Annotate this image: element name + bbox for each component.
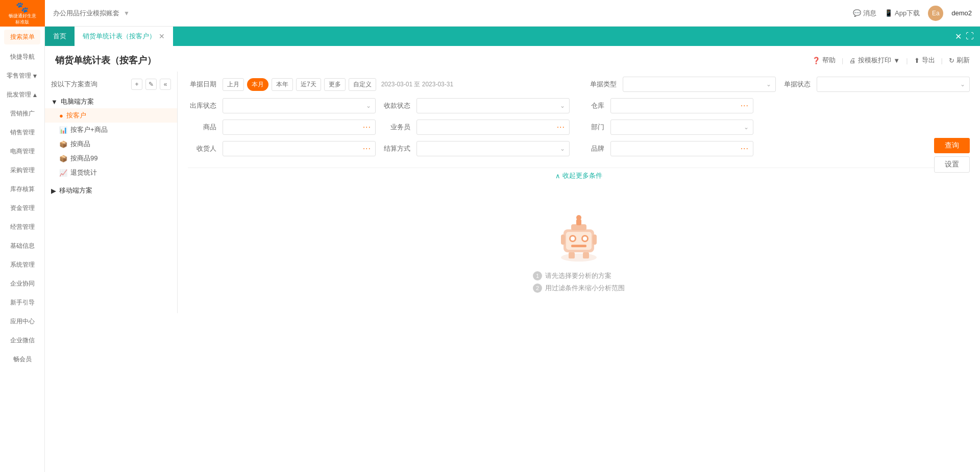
sidebar-item-apps[interactable]: 应用中心: [0, 312, 44, 331]
svg-rect-7: [571, 245, 586, 247]
scheme-group-desktop-header[interactable]: ▼ 电脑端方案: [45, 95, 177, 108]
order-state-select[interactable]: ⌄: [817, 77, 970, 92]
sidebar-item-wholesale[interactable]: 批发管理▲: [0, 85, 44, 104]
scheme-item-customer[interactable]: ● 按客户: [45, 108, 177, 123]
receiver-select[interactable]: ···: [223, 141, 376, 156]
sidebar-item-members[interactable]: 畅会员: [0, 350, 44, 369]
refresh-button[interactable]: ↻ 刷新: [949, 56, 970, 65]
tab-sales-stats[interactable]: 销货单统计表（按客户） ✕: [75, 27, 173, 46]
sidebar-item-inventory[interactable]: 库存核算: [0, 180, 44, 199]
sidebar-item-marketing[interactable]: 营销推广: [0, 104, 44, 123]
scheme-item-icon-return: 📈: [59, 169, 67, 177]
salesperson-select[interactable]: ···: [416, 120, 570, 135]
collapse-button[interactable]: ∧ 收起更多条件: [188, 168, 970, 183]
filter-row-1: 单据日期 上月 本月 本年 近7天 更多 自定义 2023-03-01 至 20…: [188, 77, 970, 92]
tabbar-close-icon[interactable]: ✕: [955, 32, 962, 41]
topbar-dropdown-icon[interactable]: ▼: [124, 10, 130, 17]
scheme-add-icon[interactable]: +: [131, 79, 142, 90]
date-btn-lastmonth[interactable]: 上月: [223, 78, 244, 91]
sidebar-item-shortcut[interactable]: 快捷导航: [0, 48, 44, 66]
filter-row-2: 出库状态 ⌄ 收款状态 ⌄ 仓库: [188, 98, 970, 113]
scheme-header-icons: + ✎ «: [131, 79, 171, 90]
logo: 🐾 畅捷通好生意 标准版: [0, 0, 45, 27]
main-area: 办公用品行业模拟账套 ▼ 💬 消息 📱 App下载 Ea demo2 首页 销货…: [45, 0, 980, 472]
salesperson-dots: ···: [557, 123, 565, 132]
order-state-chevron: ⌄: [960, 81, 965, 88]
date-btn-thisyear[interactable]: 本年: [272, 78, 293, 91]
print-dropdown-icon[interactable]: ▼: [893, 57, 900, 64]
salesperson-label: 业务员: [382, 123, 410, 132]
export-button[interactable]: ⬆ 导出: [914, 56, 935, 65]
scheme-item-label-goods: 按商品: [70, 139, 90, 149]
topbar-left: 办公用品行业模拟账套 ▼: [53, 9, 130, 18]
brand-select[interactable]: ···: [610, 141, 753, 156]
warehouse-select[interactable]: ···: [610, 98, 753, 113]
date-btn-thismonth[interactable]: 本月: [247, 78, 268, 91]
content: 销货单统计表（按客户） ❓ 帮助 | 🖨 按模板打印 ▼ | ⬆: [45, 46, 980, 472]
sidebar-item-ecommerce[interactable]: 电商管理: [0, 142, 44, 161]
date-btn-custom[interactable]: 自定义: [349, 78, 376, 91]
scheme-item-icon-cg: 📊: [59, 126, 67, 134]
svg-point-0: [561, 253, 597, 262]
date-btn-7days[interactable]: 近7天: [296, 78, 321, 91]
scheme-collapse-icon[interactable]: «: [160, 79, 171, 90]
scheme-item-customer-goods[interactable]: 📊 按客户+商品: [45, 123, 177, 137]
topbar-title: 办公用品行业模拟账套: [53, 9, 119, 18]
topbar: 办公用品行业模拟账套 ▼ 💬 消息 📱 App下载 Ea demo2: [45, 0, 980, 27]
scheme-item-goods[interactable]: 📦 按商品: [45, 137, 177, 151]
filter-row-3: 商品 ··· 业务员 ··· 部门: [188, 120, 970, 135]
sidebar-item-sales[interactable]: 销售管理: [0, 123, 44, 142]
topbar-app-download[interactable]: 📱 App下载: [885, 9, 920, 18]
collect-state-chevron: ⌄: [560, 102, 565, 109]
filter-row-4: 收货人 ··· 结算方式 ⌄ 品牌: [188, 141, 970, 156]
scheme-edit-icon[interactable]: ✎: [145, 79, 157, 90]
tab-close-icon[interactable]: ✕: [159, 32, 165, 40]
sidebar-item-basic[interactable]: 基础信息: [0, 237, 44, 255]
filter-scheme-container: 按以下方案查询 + ✎ « ▼ 电脑端方案: [45, 72, 980, 313]
scheme-item-label-goods99: 按商品99: [70, 154, 97, 163]
scheme-group-mobile-header[interactable]: ▶ 移动端方案: [45, 184, 177, 197]
empty-state: 1 请先选择要分析的方案 2 用过滤条件来缩小分析范围: [533, 204, 625, 293]
collect-state-select[interactable]: ⌄: [416, 98, 570, 113]
collapse-icon: ∧: [555, 172, 560, 180]
warehouse-dots: ···: [741, 101, 749, 110]
brand-label: 品牌: [576, 144, 604, 153]
sidebar-item-finance[interactable]: 资金管理: [0, 199, 44, 218]
right-panel: 查询 设置 单据日期 上月 本月 本年 近7天: [178, 72, 980, 313]
username[interactable]: demo2: [951, 9, 972, 17]
date-btn-more[interactable]: 更多: [324, 78, 346, 91]
goods-label: 商品: [188, 123, 216, 132]
print-button[interactable]: 🖨 按模板打印 ▼: [849, 56, 900, 65]
collect-state-label: 收款状态: [382, 101, 410, 110]
page-title: 销货单统计表（按客户）: [55, 54, 156, 66]
topbar-message[interactable]: 💬 消息: [853, 9, 876, 18]
tabbar-expand-icon[interactable]: ⛶: [966, 32, 974, 41]
dept-select[interactable]: ⌄: [610, 120, 753, 135]
settle-select[interactable]: ⌄: [416, 141, 570, 156]
svg-rect-13: [569, 252, 575, 258]
scheme-item-goods99[interactable]: 📦 按商品99: [45, 151, 177, 166]
avatar[interactable]: Ea: [928, 6, 943, 21]
out-state-select[interactable]: ⌄: [223, 98, 376, 113]
order-type-label: 单据类型: [588, 80, 617, 89]
scheme-sidebar: 按以下方案查询 + ✎ « ▼ 电脑端方案: [45, 72, 178, 313]
sidebar-item-cooperation[interactable]: 企业协同: [0, 274, 44, 293]
empty-hint-2: 2 用过滤条件来缩小分析范围: [533, 284, 625, 293]
help-button[interactable]: ❓ 帮助: [812, 56, 836, 65]
sidebar-item-guide[interactable]: 新手引导: [0, 293, 44, 312]
logo-text: 畅捷通好生意: [9, 13, 36, 19]
sidebar-item-operation[interactable]: 经营管理: [0, 218, 44, 237]
goods-select[interactable]: ···: [223, 120, 376, 135]
brand-dots: ···: [741, 144, 749, 153]
sidebar-item-system[interactable]: 系统管理: [0, 255, 44, 274]
scheme-item-return[interactable]: 📈 退货统计: [45, 166, 177, 180]
print-icon: 🖨: [849, 57, 856, 64]
sidebar-item-search[interactable]: 搜索菜单: [4, 30, 40, 44]
scheme-group-mobile-label: 移动端方案: [59, 186, 92, 195]
sidebar-item-retail[interactable]: 零售管理▼: [0, 66, 44, 85]
sidebar-item-wechat[interactable]: 企业微信: [0, 331, 44, 350]
sidebar-item-purchase[interactable]: 采购管理: [0, 161, 44, 180]
tab-home[interactable]: 首页: [45, 27, 75, 46]
order-type-select[interactable]: ⌄: [623, 77, 776, 92]
app-icon: 📱: [885, 9, 893, 17]
